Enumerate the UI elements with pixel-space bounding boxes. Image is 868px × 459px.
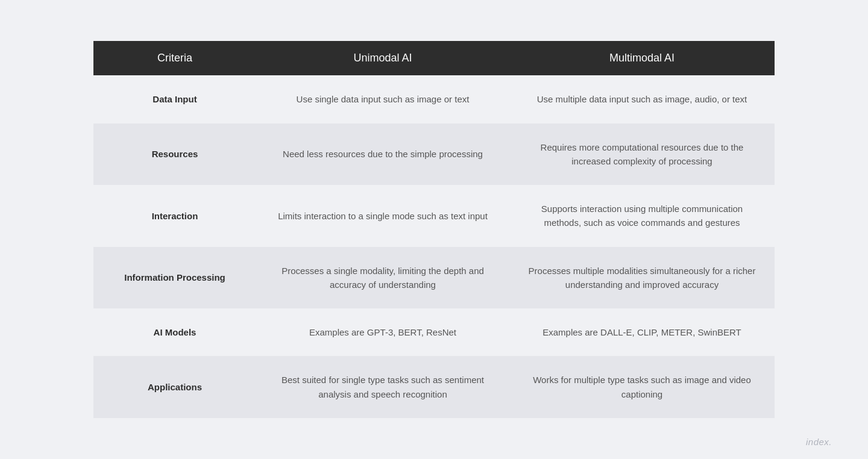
header-unimodal: Unimodal AI [256,41,509,75]
cell-multimodal: Use multiple data input such as image, a… [509,75,775,123]
cell-multimodal: Processes multiple modalities simultaneo… [509,247,775,309]
header-multimodal: Multimodal AI [509,41,775,75]
header-row: Criteria Unimodal AI Multimodal AI [93,41,775,75]
table-row: InteractionLimits interaction to a singl… [93,185,775,247]
table-wrapper: Criteria Unimodal AI Multimodal AI Data … [93,41,775,418]
table-row: ApplicationsBest suited for single type … [93,356,775,418]
cell-criteria: Data Input [93,75,256,123]
cell-unimodal: Use single data input such as image or t… [256,75,509,123]
cell-criteria: Interaction [93,185,256,247]
cell-criteria: AI Models [93,308,256,356]
header-criteria: Criteria [93,41,256,75]
table-row: ResourcesNeed less resources due to the … [93,123,775,186]
cell-unimodal: Examples are GPT-3, BERT, ResNet [256,308,509,356]
page-container: Criteria Unimodal AI Multimodal AI Data … [0,0,868,459]
comparison-table: Criteria Unimodal AI Multimodal AI Data … [93,41,775,418]
cell-criteria: Resources [93,123,256,186]
cell-unimodal: Processes a single modality, limiting th… [256,247,509,309]
cell-unimodal: Limits interaction to a single mode such… [256,185,509,247]
table-row: AI ModelsExamples are GPT-3, BERT, ResNe… [93,308,775,356]
table-row: Data InputUse single data input such as … [93,75,775,123]
watermark: index. [806,437,832,447]
cell-multimodal: Requires more computational resources du… [509,123,775,186]
cell-criteria: Applications [93,356,256,418]
cell-unimodal: Best suited for single type tasks such a… [256,356,509,418]
cell-multimodal: Examples are DALL-E, CLIP, METER, SwinBE… [509,308,775,356]
table-row: Information ProcessingProcesses a single… [93,247,775,309]
cell-criteria: Information Processing [93,247,256,309]
cell-unimodal: Need less resources due to the simple pr… [256,123,509,186]
cell-multimodal: Works for multiple type tasks such as im… [509,356,775,418]
cell-multimodal: Supports interaction using multiple comm… [509,185,775,247]
